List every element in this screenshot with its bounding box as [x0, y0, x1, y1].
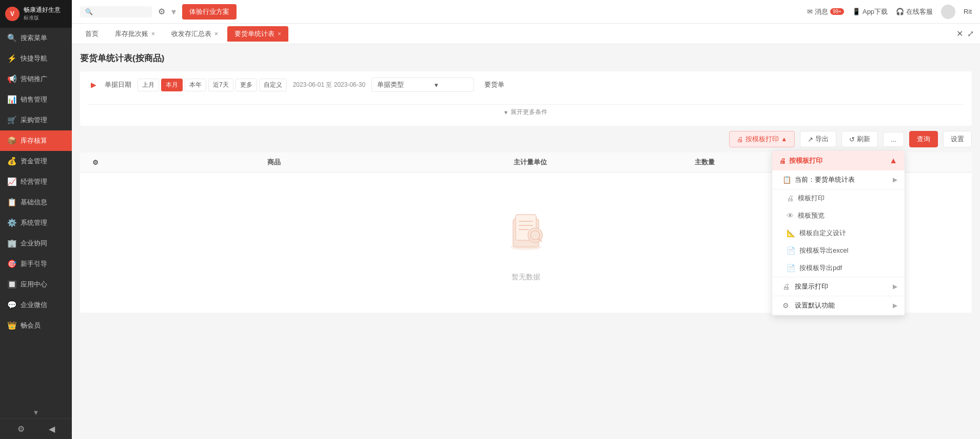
extra-label: 要货单: [484, 80, 504, 89]
dropdown-export-pdf[interactable]: 📄 按模板导出pdf: [772, 259, 905, 277]
date-btn-last-month[interactable]: 上月: [138, 79, 159, 91]
query-btn[interactable]: 查询: [909, 131, 938, 147]
date-label: 单据日期: [105, 80, 131, 89]
refresh-btn[interactable]: ↺ 刷新: [841, 131, 878, 147]
more-options-btn[interactable]: ...: [883, 132, 904, 147]
sidebar-item-enterprise[interactable]: 🏢 企业协同: [0, 233, 72, 254]
tab-home[interactable]: 首页: [78, 26, 106, 42]
tab-batch-account[interactable]: 库存批次账 ×: [108, 26, 162, 42]
dropdown-main-section: 🖨 模板打印 👁 模板预览 📐 模板自定义设计 📄 按模板导出excel: [772, 189, 905, 277]
dropdown-template-preview[interactable]: 👁 模板预览: [772, 207, 905, 224]
industry-btn[interactable]: 体验行业方案: [182, 4, 237, 20]
sidebar-item-finance[interactable]: 💰 资金管理: [0, 151, 72, 171]
sidebar-item-app-center[interactable]: 🔲 应用中心: [0, 274, 72, 295]
sidebar-item-wechat[interactable]: 💬 企业微信: [0, 295, 72, 315]
dropdown-template-print[interactable]: 🖨 模板打印: [772, 189, 905, 207]
sidebar-item-operation[interactable]: 📈 经营管理: [0, 171, 72, 192]
type-select[interactable]: 单据类型 ▾: [371, 78, 474, 92]
chevron-right-icon: ▶: [893, 176, 897, 183]
th-gear[interactable]: ⚙: [85, 154, 106, 171]
close-all-tabs-btn[interactable]: ✕: [956, 29, 963, 39]
empty-text: 暂无数据: [512, 273, 540, 282]
gear-icon[interactable]: ⚙: [158, 7, 165, 16]
tab-receipt-summary[interactable]: 收发存汇总表 ×: [164, 26, 225, 42]
member-icon: 👑: [7, 321, 16, 330]
tab-order-stat[interactable]: 要货单统计表 ×: [227, 26, 288, 42]
sidebar-nav: 🔍 搜索菜单 ⚡ 快捷导航 📢 营销推广 📊 销售管理 🛒 采购管理 📦 库存核…: [0, 28, 72, 407]
refresh-label: 刷新: [857, 135, 870, 144]
sidebar-item-label: 畅会员: [21, 321, 41, 330]
dropdown-template-design[interactable]: 📐 模板自定义设计: [772, 224, 905, 242]
tab-close-icon[interactable]: ×: [151, 30, 155, 37]
app-download-label: App下载: [863, 7, 888, 16]
date-btn-this-month[interactable]: 本月: [161, 79, 183, 91]
sidebar-item-label: 经营管理: [21, 177, 47, 186]
maximize-btn[interactable]: ⤢: [967, 29, 974, 39]
sidebar-item-label: 企业协同: [21, 239, 47, 248]
message-btn[interactable]: ✉ 消息 99+: [807, 7, 844, 16]
excel-icon: 📄: [787, 246, 795, 255]
purchase-icon: 🛒: [7, 116, 16, 125]
date-btn-custom[interactable]: 自定义: [259, 79, 287, 91]
sidebar-item-label: 基础信息: [21, 198, 47, 207]
dropdown-export-excel[interactable]: 📄 按模板导出excel: [772, 242, 905, 259]
operation-icon: 📈: [7, 177, 16, 186]
app-name: 畅康通好生意: [24, 6, 61, 14]
sidebar-item-system[interactable]: ⚙️ 系统管理: [0, 213, 72, 233]
topbar-dropdown-arrow[interactable]: ▾: [171, 6, 176, 17]
app-download-btn[interactable]: 📱 App下载: [852, 7, 888, 16]
sidebar-item-inventory[interactable]: 📦 库存核算: [0, 130, 72, 151]
page-title: 要货单统计表(按商品): [80, 52, 972, 64]
dropdown-set-default[interactable]: ⚙ 设置默认功能 ▶: [772, 296, 905, 315]
dropdown-title: 按模板打印: [789, 156, 822, 165]
export-excel-label: 按模板导出excel: [799, 246, 848, 255]
sidebar-item-label: 快捷导航: [21, 54, 47, 63]
dropdown-close-btn[interactable]: ▲: [889, 156, 897, 165]
sidebar-item-basic[interactable]: 📋 基础信息: [0, 192, 72, 213]
sidebar-item-label: 新手引导: [21, 259, 47, 269]
sidebar-item-member[interactable]: 👑 畅会员: [0, 315, 72, 336]
settings-btn[interactable]: 设置: [943, 131, 972, 147]
tab-close-icon[interactable]: ×: [278, 30, 281, 37]
chevron-right-icon: ▶: [893, 283, 897, 290]
sidebar-item-guide[interactable]: 🎯 新手引导: [0, 254, 72, 274]
tab-close-icon[interactable]: ×: [214, 30, 218, 37]
filter-toggle-btn[interactable]: ▶: [88, 80, 99, 90]
th-unit: 主计量单位: [443, 152, 617, 172]
wechat-icon: 💬: [7, 300, 16, 310]
sidebar-item-search[interactable]: 🔍 搜索菜单: [0, 28, 72, 48]
display-print-icon: 🖨: [782, 282, 791, 291]
date-btn-this-year[interactable]: 本年: [185, 79, 206, 91]
expand-more-btn[interactable]: ▾ 展开更多条件: [88, 104, 964, 120]
template-print-dropdown: 🖨 按模板打印 ▲ 📋 当前：要货单统计表 ▶: [772, 150, 905, 316]
online-service-btn[interactable]: 🎧 在线客服: [896, 7, 933, 16]
template-print-btn[interactable]: 🖨 按模板打印 ▲: [729, 131, 795, 147]
filter-bar: ▶ 单据日期 上月 本月 本年 近7天 更多 自定义 2023-06-01 至 …: [80, 71, 972, 126]
export-btn[interactable]: ↗ 导出: [800, 131, 836, 147]
sidebar-item-label: 销售管理: [21, 95, 47, 104]
settings-icon[interactable]: ⚙: [17, 424, 25, 434]
inventory-icon: 📦: [7, 136, 16, 145]
dropdown-display-print[interactable]: 🖨 按显示打印 ▶: [772, 277, 905, 296]
expand-more-label: 展开更多条件: [511, 108, 547, 117]
th-quantity: 主数量: [617, 152, 792, 172]
system-icon: ⚙️: [7, 218, 16, 227]
sidebar: V 畅康通好生意 标准版 🔍 搜索菜单 ⚡ 快捷导航 📢 营销推广 📊 销售管理…: [0, 0, 72, 439]
collapse-icon[interactable]: ◀: [49, 424, 55, 434]
username: Rit: [964, 8, 972, 15]
dropdown-current-item[interactable]: 📋 当前：要货单统计表 ▶: [772, 170, 905, 189]
topbar-search[interactable]: 🔍: [80, 6, 152, 17]
date-btn-7days[interactable]: 近7天: [208, 79, 233, 91]
sidebar-item-sales[interactable]: 📊 销售管理: [0, 89, 72, 110]
date-buttons: 上月 本月 本年 近7天 更多 自定义: [138, 79, 287, 91]
sidebar-scroll-down[interactable]: ▼: [0, 407, 72, 418]
template-design-label: 模板自定义设计: [799, 228, 846, 238]
message-icon: ✉: [807, 8, 813, 15]
sidebar-item-quick-nav[interactable]: ⚡ 快捷导航: [0, 48, 72, 69]
sidebar-item-purchase[interactable]: 🛒 采购管理: [0, 110, 72, 130]
topbar-actions: ✉ 消息 99+ 📱 App下载 🎧 在线客服 Rit: [807, 5, 972, 19]
date-btn-more[interactable]: 更多: [236, 79, 257, 91]
expand-more-row: ▾ 展开更多条件: [88, 98, 964, 120]
sidebar-item-marketing[interactable]: 📢 营销推广: [0, 69, 72, 89]
tabs-bar: 首页 库存批次账 × 收发存汇总表 × 要货单统计表 × ✕ ⤢: [72, 24, 980, 44]
